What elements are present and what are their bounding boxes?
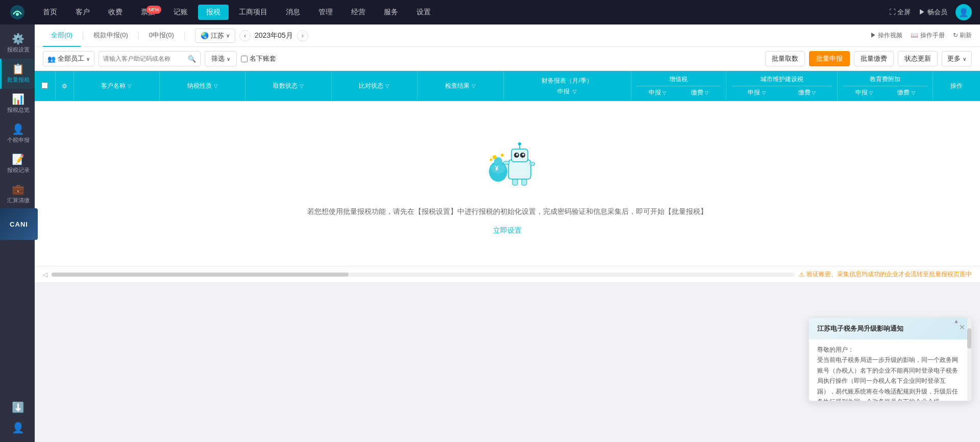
filter-button[interactable]: 筛选 ∨ xyxy=(205,51,237,66)
svg-point-11 xyxy=(516,154,518,156)
batch-pay-button[interactable]: 批量缴费 xyxy=(854,51,894,66)
logo[interactable] xyxy=(8,3,27,21)
th-check-result[interactable]: 检查结果 ▽ xyxy=(418,71,503,101)
nav-tax[interactable]: 报税 xyxy=(198,5,229,20)
settlement-icon: 💼 xyxy=(12,184,24,194)
settings-icon: ⚙ xyxy=(62,83,67,90)
city-declare-filter: ▽ xyxy=(762,90,766,95)
svg-point-20 xyxy=(501,154,504,157)
region-selector[interactable]: 🌏 江苏 ∨ xyxy=(195,29,235,43)
notification-panel: 江苏电子税务局升级影响通知 ✕ ▲ 尊敬的用户： 受当前电子税务局进一步升级的影… xyxy=(808,317,972,401)
sidebar-item-user[interactable]: 👤 xyxy=(0,418,35,438)
svg-rect-15 xyxy=(503,161,509,164)
th-compare-status[interactable]: 比对状态 ▽ xyxy=(331,71,417,101)
batch-fetch-button[interactable]: 批量取数 xyxy=(765,51,805,66)
notification-content: 受当前电子税务局进一步升级的影响，同一个政务网账号（办税人）名下的企业不能再同时… xyxy=(817,355,963,401)
edu-declare-filter: ▽ xyxy=(869,90,873,95)
top-navigation: 首页 客户 收费 票据 NEW 记账 报税 工商项目 消息 管理 经营 服务 设… xyxy=(0,0,980,24)
sidebar-item-download[interactable]: ⬇️ xyxy=(0,397,35,418)
personal-tax-icon: 👤 xyxy=(12,124,24,134)
employee-select[interactable]: 👥 全部员工 ∨ xyxy=(43,51,94,66)
search-input[interactable] xyxy=(103,55,186,62)
check-filter-icon: ▽ xyxy=(472,83,476,89)
svg-rect-8 xyxy=(511,149,528,162)
nav-billing[interactable]: 收费 xyxy=(100,5,131,20)
sidebar-item-batch-tax[interactable]: 📋 批量报税 xyxy=(0,59,35,89)
nav-accounting[interactable]: 记账 xyxy=(165,5,196,20)
sidebar-item-personal-tax[interactable]: 👤 个税申报 xyxy=(0,119,35,149)
toolbar-right: 批量取数 批量申报 批量缴费 状态更新 更多 ∨ xyxy=(765,51,972,66)
filter-chevron-icon: ∨ xyxy=(227,56,230,62)
notification-scrollbar[interactable] xyxy=(967,318,971,401)
vip-btn[interactable]: ▶ 畅会员 xyxy=(919,8,947,17)
th-fetch-status[interactable]: 取数状态 ▽ xyxy=(246,71,331,101)
sidebar-label-personal-tax: 个税申报 xyxy=(7,136,30,144)
nav-home[interactable]: 首页 xyxy=(35,5,65,20)
bottom-bar: ◁ ⚠ 验证账密、采集信息均成功的企业才会流转至批量报税页面中 xyxy=(35,266,980,282)
subordinate-checkbox-label[interactable]: 名下账套 xyxy=(241,54,276,63)
th-checkbox[interactable] xyxy=(35,71,55,101)
user-icon: 👤 xyxy=(12,423,24,433)
svg-point-19 xyxy=(493,155,497,159)
tax-summary-icon: 📊 xyxy=(12,94,24,104)
th-settings[interactable]: ⚙ xyxy=(55,71,74,101)
nav-invoice[interactable]: 票据 NEW xyxy=(133,5,163,20)
notification-scroll-top[interactable]: ▲ xyxy=(953,318,959,324)
sidebar-item-tax-summary[interactable]: 📊 报税总览 xyxy=(0,89,35,119)
nav-message[interactable]: 消息 xyxy=(278,5,308,20)
scroll-left-icon[interactable]: ◁ xyxy=(43,271,47,278)
more-chevron-icon: ∨ xyxy=(963,56,966,62)
svg-rect-6 xyxy=(508,160,531,179)
tab-zero-declaration[interactable]: 0申报(0) xyxy=(141,24,182,47)
compare-filter-icon: ▽ xyxy=(385,83,389,89)
th-customer-name[interactable]: 客户名称 ▽ xyxy=(74,71,159,101)
customer-filter-icon: ▽ xyxy=(128,83,132,89)
tax-records-icon: 📝 xyxy=(12,154,24,164)
svg-rect-17 xyxy=(512,179,518,185)
sidebar-item-tax-settings[interactable]: ⚙️ 报税设置 xyxy=(0,29,35,59)
edu-pay-filter: ▽ xyxy=(912,90,915,95)
svg-point-0 xyxy=(10,5,24,19)
refresh-btn[interactable]: ↻ 刷新 xyxy=(953,31,972,40)
horizontal-scrollbar[interactable] xyxy=(52,273,795,277)
sidebar-label-tax-summary: 报税总览 xyxy=(7,106,30,114)
tab-all[interactable]: 全部(0) xyxy=(43,24,81,47)
sidebar-item-tax-records[interactable]: 📝 报税记录 xyxy=(0,149,35,179)
video-link[interactable]: ▶ 操作视频 xyxy=(870,31,902,40)
select-all-checkbox[interactable] xyxy=(41,82,48,89)
sidebar-item-settlement[interactable]: 💼 汇算清缴 xyxy=(0,179,35,209)
fullscreen-btn[interactable]: ⛶ 全屏 xyxy=(889,8,911,17)
more-button[interactable]: 更多 ∨ xyxy=(942,51,972,66)
nav-service[interactable]: 服务 xyxy=(376,5,406,20)
notification-scrollbar-thumb xyxy=(967,328,971,349)
table-container: ⚙ 客户名称 ▽ 纳税性质 ▽ xyxy=(35,71,980,266)
nav-customer[interactable]: 客户 xyxy=(67,5,98,20)
sidebar-label-batch-tax: 批量报税 xyxy=(7,76,30,84)
nav-settings[interactable]: 设置 xyxy=(408,5,439,20)
status-update-button[interactable]: 状态更新 xyxy=(898,51,938,66)
notification-header: 江苏电子税务局升级影响通知 ✕ ▲ xyxy=(809,318,971,339)
search-icon[interactable]: 🔍 xyxy=(188,55,196,63)
manual-link[interactable]: 📖 操作手册 xyxy=(911,31,944,40)
nav-management[interactable]: 管理 xyxy=(310,5,341,20)
setup-link[interactable]: 立即设置 xyxy=(493,226,522,235)
batch-declare-button[interactable]: 批量申报 xyxy=(809,51,850,66)
nav-business[interactable]: 工商项目 xyxy=(231,5,276,20)
subordinate-checkbox[interactable] xyxy=(241,56,248,62)
select-chevron-icon: ∨ xyxy=(86,56,90,62)
sidebar-label-tax-settings: 报税设置 xyxy=(7,46,30,54)
tab-divider-2 xyxy=(138,32,139,40)
th-tax-type[interactable]: 纳税性质 ▽ xyxy=(159,71,245,101)
city-pay-filter: ▽ xyxy=(812,90,816,95)
notification-body: 尊敬的用户： 受当前电子税务局进一步升级的影响，同一个政务网账号（办税人）名下的… xyxy=(809,339,971,401)
nav-operation[interactable]: 经营 xyxy=(343,5,374,20)
nav-items: 首页 客户 收费 票据 NEW 记账 报税 工商项目 消息 管理 经营 服务 设… xyxy=(35,5,889,20)
next-month-button[interactable]: › xyxy=(297,30,308,41)
th-city-build: 城市维护建设税 申报 ▽ 缴费 ▽ xyxy=(726,71,838,101)
prev-month-button[interactable]: ‹ xyxy=(239,30,251,41)
tab-bar: 全部(0) 税款申报(0) 0申报(0) 🌏 江苏 ∨ ‹ 2023年05月 ›… xyxy=(35,24,980,47)
th-financial-report: 财务报表（月/季） 申报 ▽ xyxy=(503,71,631,101)
tab-tax-declaration[interactable]: 税款申报(0) xyxy=(85,24,136,47)
user-avatar[interactable]: 👤 xyxy=(955,4,972,20)
select-icon: 👥 xyxy=(47,55,56,63)
